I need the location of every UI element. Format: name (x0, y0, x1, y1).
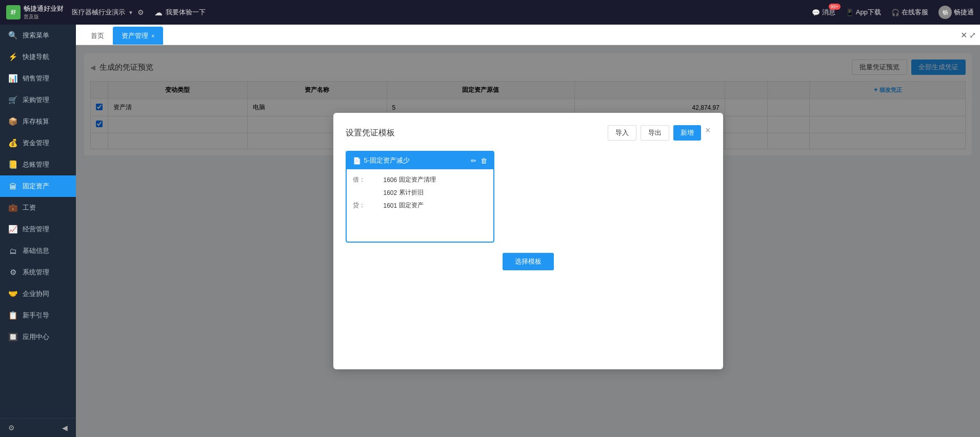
top-bar: 好 畅捷通好业财 普及版 医疗器械行业演示 ▼ ⚙ ☁ 我要体验一下 💬 消息 … (0, 0, 980, 25)
sidebar-item-basic-info-label: 基础信息 (23, 246, 49, 255)
sidebar-item-finance[interactable]: 💰 资金管理 (0, 132, 76, 154)
modal-overlay: 设置凭证模板 导入 导出 新增 × (76, 45, 980, 437)
sidebar-item-salary-label: 工资 (23, 203, 36, 212)
online-service-label: 在线客服 (902, 8, 928, 17)
template-debit-row-2: 1602 累计折旧 (347, 186, 493, 199)
salary-icon: 💼 (8, 203, 17, 212)
sidebar-item-operations[interactable]: 📈 经营管理 (0, 218, 76, 240)
modal-toolbar: 导入 导出 新增 × (608, 125, 711, 141)
fixed-assets-icon: 🏛 (8, 182, 17, 191)
template-delete-icon[interactable]: 🗑 (481, 157, 487, 165)
logo-icon: 好 (6, 5, 21, 19)
sidebar-item-inventory-label: 库存核算 (23, 117, 49, 126)
window-close-button[interactable]: ✕ (961, 30, 967, 40)
import-button[interactable]: 导入 (608, 125, 636, 141)
page-window-controls: ✕ ⤢ (961, 25, 980, 45)
messages-item[interactable]: 💬 消息 99+ (812, 8, 835, 17)
window-expand-button[interactable]: ⤢ (969, 30, 976, 40)
sidebar-item-enterprise-label: 企业协同 (23, 289, 49, 299)
settings-gear-icon[interactable]: ⚙ (137, 8, 144, 16)
sidebar-item-system[interactable]: ⚙ 系统管理 (0, 262, 76, 283)
content-area: 首页 资产管理 × ✕ ⤢ ◀ 生成的凭证 (76, 25, 980, 437)
app-container: 好 畅捷通好业财 普及版 医疗器械行业演示 ▼ ⚙ ☁ 我要体验一下 💬 消息 … (0, 0, 980, 437)
sidebar-item-basic-info[interactable]: 🗂 基础信息 (0, 240, 76, 262)
app-center-icon: 🔲 (8, 332, 17, 342)
template-card[interactable]: 📄 5-固定资产减少 ✏ 🗑 (346, 151, 494, 243)
experience-button[interactable]: ☁ 我要体验一下 (154, 8, 206, 17)
template-card-header-actions: ✏ 🗑 (471, 157, 487, 165)
modal-content: 📄 5-固定资产减少 ✏ 🗑 (346, 151, 711, 270)
company-name: 医疗器械行业演示 (72, 8, 125, 17)
sidebar-item-quick-nav-label: 快捷导航 (23, 52, 49, 62)
user-name: 畅捷通 (954, 8, 974, 17)
select-template-button[interactable]: 选择模板 (503, 253, 554, 270)
app-download-item[interactable]: 📱 App下载 (846, 8, 881, 17)
tabs-wrapper: 首页 资产管理 × (82, 27, 974, 45)
logo-title: 畅捷通好业财 (24, 4, 64, 13)
template-card-header-left: 📄 5-固定资产减少 (353, 156, 410, 165)
tab-asset-mgmt-label: 资产管理 (122, 31, 148, 41)
search-icon: 🔍 (8, 31, 17, 40)
modal-close-button[interactable]: × (705, 125, 711, 141)
sidebar-item-ledger[interactable]: 📒 总账管理 (0, 154, 76, 175)
template-card-body: 借： 1606 固定资产清理 1602 累计折旧 (347, 169, 493, 242)
basic-info-icon: 🗂 (8, 247, 17, 255)
credit-code-1: 1601 (384, 202, 397, 209)
sidebar-item-finance-label: 资金管理 (23, 138, 49, 148)
template-debit-row-1: 借： 1606 固定资产清理 (347, 173, 493, 186)
sidebar-item-salary[interactable]: 💼 工资 (0, 197, 76, 218)
experience-label: 我要体验一下 (166, 8, 206, 17)
template-empty-area (347, 212, 493, 237)
tab-asset-mgmt-close[interactable]: × (151, 33, 154, 39)
sidebar-item-app-center-label: 应用中心 (23, 332, 49, 342)
template-card-header: 📄 5-固定资产减少 ✏ 🗑 (347, 152, 493, 169)
sidebar-menu: 🔍 搜索菜单 ⚡ 快捷导航 📊 销售管理 🛒 采购管理 📦 库存核算 (0, 25, 76, 418)
credit-name-1: 固定资产 (399, 201, 424, 210)
tab-asset-mgmt[interactable]: 资产管理 × (113, 27, 163, 45)
sidebar-item-sales[interactable]: 📊 销售管理 (0, 68, 76, 89)
sidebar-item-purchase[interactable]: 🛒 采购管理 (0, 89, 76, 111)
company-selector[interactable]: 医疗器械行业演示 ▼ (72, 8, 133, 17)
top-bar-right: 💬 消息 99+ 📱 App下载 🎧 在线客服 畅 畅捷通 (812, 6, 974, 19)
sidebar: 🔍 搜索菜单 ⚡ 快捷导航 📊 销售管理 🛒 采购管理 📦 库存核算 (0, 25, 76, 437)
page-content: ◀ 生成的凭证预览 批量凭证预览 全部生成凭证 变动类型 资产名称 (76, 45, 980, 437)
debit-name-2: 累计折旧 (399, 188, 424, 197)
guide-icon: 📋 (8, 311, 17, 320)
sidebar-item-guide[interactable]: 📋 新手引导 (0, 305, 76, 326)
new-template-button[interactable]: 新增 (673, 125, 701, 141)
sidebar-item-app-center[interactable]: 🔲 应用中心 (0, 326, 76, 348)
sidebar-item-quick-nav[interactable]: ⚡ 快捷导航 (0, 46, 76, 68)
sidebar-item-purchase-label: 采购管理 (23, 95, 49, 105)
sidebar-item-fixed-assets-label: 固定资产 (23, 182, 49, 191)
online-service-item[interactable]: 🎧 在线客服 (891, 8, 928, 17)
sidebar-item-enterprise[interactable]: 🤝 企业协同 (0, 283, 76, 305)
tab-home[interactable]: 首页 (82, 27, 113, 45)
debit-code-1: 1606 (384, 176, 397, 184)
ledger-icon: 📒 (8, 160, 17, 169)
app-icon: 📱 (846, 9, 854, 16)
sidebar-item-search-label: 搜索菜单 (23, 31, 49, 40)
sidebar-collapse-icon[interactable]: ◀ (62, 424, 68, 432)
sidebar-item-fixed-assets[interactable]: 🏛 固定资产 (0, 175, 76, 197)
select-template-area: 选择模板 (346, 253, 711, 270)
debit-code-2: 1602 (384, 189, 397, 196)
sidebar-settings-icon[interactable]: ⚙ (8, 424, 15, 432)
message-icon: 💬 (812, 9, 820, 16)
tabs-bar: 首页 资产管理 × ✕ ⤢ (76, 25, 980, 45)
user-item[interactable]: 畅 畅捷通 (938, 6, 974, 19)
template-card-title: 5-固定资产减少 (364, 156, 410, 165)
export-button[interactable]: 导出 (641, 125, 669, 141)
sidebar-item-guide-label: 新手引导 (23, 311, 49, 320)
inventory-icon: 📦 (8, 117, 17, 126)
logo-area: 好 畅捷通好业财 普及版 (6, 4, 64, 21)
template-edit-icon[interactable]: ✏ (471, 157, 476, 165)
template-credit-row-1: 贷： 1601 固定资产 (347, 199, 493, 212)
sidebar-item-system-label: 系统管理 (23, 268, 49, 277)
sidebar-item-search[interactable]: 🔍 搜索菜单 (0, 25, 76, 46)
sidebar-item-sales-label: 销售管理 (23, 74, 49, 83)
sidebar-bottom: ⚙ ◀ (0, 418, 76, 437)
purchase-icon: 🛒 (8, 95, 17, 105)
avatar: 畅 (938, 6, 952, 19)
debit-label: 借： (353, 175, 384, 184)
sidebar-item-inventory[interactable]: 📦 库存核算 (0, 111, 76, 132)
